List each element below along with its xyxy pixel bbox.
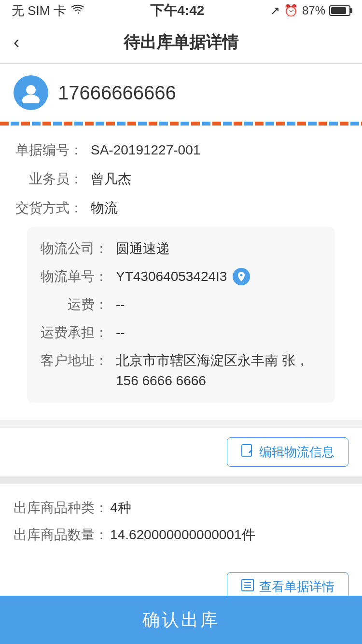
- sales-person-label: 业务员：: [14, 169, 91, 189]
- content-area: 17666666666 单据编号： SA-20191227-001 业务员： 曾…: [0, 64, 362, 644]
- view-details-label: 查看单据详情: [259, 578, 334, 595]
- status-bar: 无 SIM 卡 下午4:42 ↗ ⏰ 87%: [0, 0, 362, 21]
- status-time: 下午4:42: [150, 1, 204, 20]
- logistics-company-label: 物流公司：: [39, 238, 116, 259]
- confirm-button-label: 确认出库: [142, 608, 220, 632]
- freight-value: --: [116, 294, 323, 315]
- document-no-label: 单据编号：: [14, 140, 91, 160]
- wifi-icon: [71, 3, 84, 18]
- sales-person-row: 业务员： 曾凡杰: [14, 169, 348, 189]
- freight-bearer-row: 运费承担： --: [39, 322, 323, 343]
- tracking-no-row: 物流单号： YT43064053424I3: [39, 266, 323, 287]
- carrier-label: 无 SIM 卡: [12, 2, 66, 19]
- customer-header: 17666666666: [0, 64, 362, 122]
- confirm-bar[interactable]: 确认出库: [0, 596, 362, 644]
- goods-quantity-value: 14.620000000000001件: [110, 526, 255, 544]
- delivery-method-label: 交货方式：: [14, 198, 91, 218]
- freight-bearer-label: 运费承担：: [39, 322, 116, 343]
- document-no-value: SA-20191227-001: [91, 140, 348, 160]
- freight-row: 运费： --: [39, 294, 323, 315]
- status-right: ↗ ⏰ 87%: [270, 4, 350, 17]
- edit-icon: [241, 444, 254, 461]
- goods-quantity-row: 出库商品数量： 14.620000000000001件: [14, 526, 348, 544]
- logistics-company-value: 圆通速递: [116, 238, 323, 259]
- tracking-location-icon[interactable]: [233, 268, 250, 285]
- address-value: 北京市市辖区海淀区永丰南 张，156 6666 6666: [116, 350, 323, 391]
- customer-phone: 17666666666: [58, 82, 176, 104]
- edit-logistics-container: 编辑物流信息: [0, 428, 362, 476]
- back-button[interactable]: ‹: [14, 32, 19, 53]
- sales-person-value: 曾凡杰: [91, 169, 348, 189]
- delivery-method-value: 物流: [91, 198, 348, 218]
- document-no-row: 单据编号： SA-20191227-001: [14, 140, 348, 160]
- battery-icon: [329, 5, 350, 16]
- nav-bar: ‹ 待出库单据详情: [0, 21, 362, 64]
- tracking-no-value: YT43064053424I3: [116, 266, 323, 287]
- location-status-icon: ↗: [270, 4, 280, 17]
- delivery-method-row: 交货方式： 物流: [14, 198, 348, 218]
- dashed-divider: [0, 122, 362, 126]
- goods-quantity-label: 出库商品数量：: [14, 526, 110, 544]
- status-left: 无 SIM 卡: [12, 2, 84, 19]
- goods-types-value: 4种: [110, 499, 131, 517]
- address-row: 客户地址： 北京市市辖区海淀区永丰南 张，156 6666 6666: [39, 350, 323, 391]
- page-title: 待出库单据详情: [124, 31, 238, 54]
- tracking-no-label: 物流单号：: [39, 266, 116, 287]
- svg-point-0: [26, 85, 36, 95]
- section-divider: [0, 476, 362, 484]
- battery-percent: 87%: [302, 4, 325, 17]
- order-info-section: 单据编号： SA-20191227-001 业务员： 曾凡杰 交货方式： 物流 …: [0, 126, 362, 420]
- logistics-company-row: 物流公司： 圆通速递: [39, 238, 323, 259]
- goods-section: 出库商品种类： 4种 出库商品数量： 14.620000000000001件: [0, 484, 362, 562]
- address-label: 客户地址：: [39, 350, 116, 371]
- svg-rect-2: [242, 445, 251, 456]
- edit-logistics-button[interactable]: 编辑物流信息: [227, 437, 348, 467]
- logistics-card: 物流公司： 圆通速递 物流单号： YT43064053424I3 运费： --: [27, 227, 335, 403]
- tracking-no-text: YT43064053424I3: [116, 266, 227, 287]
- avatar: [14, 75, 48, 110]
- goods-types-label: 出库商品种类：: [14, 499, 110, 517]
- edit-logistics-label: 编辑物流信息: [259, 444, 334, 461]
- alarm-icon: ⏰: [284, 4, 298, 17]
- goods-types-row: 出库商品种类： 4种: [14, 499, 348, 517]
- svg-point-1: [22, 95, 40, 103]
- freight-bearer-value: --: [116, 322, 323, 343]
- freight-label: 运费：: [39, 294, 116, 315]
- list-icon: [241, 578, 254, 595]
